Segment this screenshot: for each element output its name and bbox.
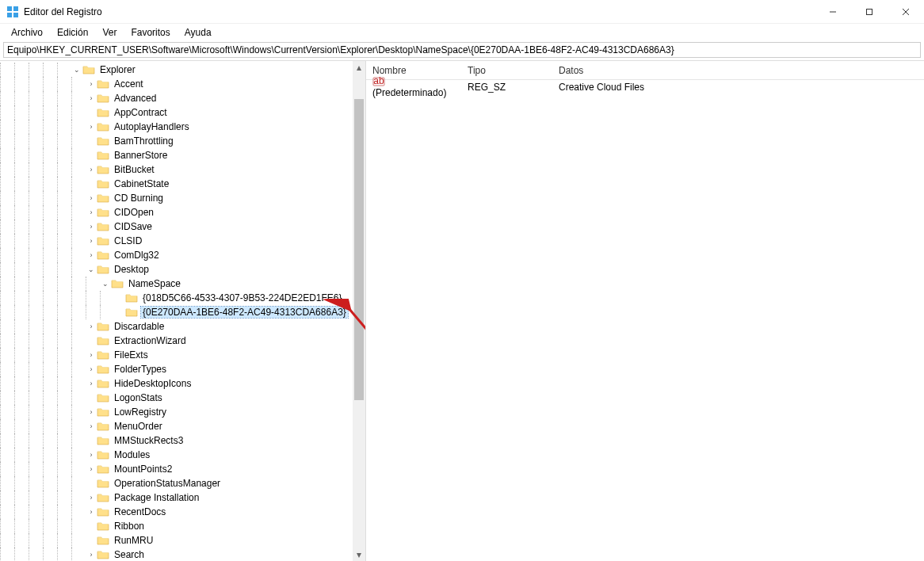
tree-item[interactable]: ›CD Burning	[0, 191, 365, 205]
folder-icon	[97, 193, 109, 204]
tree-item-label: {0E270DAA-1BE6-48F2-AC49-4313CDA686A3}	[141, 307, 348, 318]
menu-favoritos[interactable]: Favoritos	[124, 25, 176, 40]
chevron-right-icon[interactable]: ›	[86, 221, 97, 232]
tree-item[interactable]: ExtractionWizard	[0, 334, 365, 348]
tree-item[interactable]: BannerStore	[0, 148, 365, 162]
tree-item[interactable]: OperationStatusManager	[0, 476, 365, 490]
column-tipo[interactable]: Tipo	[461, 61, 552, 79]
svg-rect-3	[13, 13, 18, 17]
tree-item[interactable]: ›RecentDocs	[0, 505, 365, 519]
chevron-right-icon[interactable]: ›	[86, 193, 97, 204]
tree-item-explorer[interactable]: ⌄Explorer	[0, 63, 365, 77]
chevron-right-icon[interactable]: ›	[86, 164, 97, 175]
tree-item[interactable]: ›FileExts	[0, 348, 365, 362]
tree-item-label: Advanced	[113, 93, 158, 104]
scroll-thumb[interactable]	[354, 99, 364, 400]
menu-ayuda[interactable]: Ayuda	[178, 25, 218, 40]
tree-item[interactable]: ›Package Installation	[0, 490, 365, 505]
minimize-button[interactable]	[815, 0, 851, 23]
scroll-up-icon[interactable]: ▴	[353, 61, 365, 74]
chevron-right-icon[interactable]: ›	[86, 449, 97, 460]
folder-icon	[97, 492, 109, 503]
svg-rect-1	[13, 6, 18, 11]
chevron-right-icon[interactable]: ›	[86, 364, 97, 375]
tree-item[interactable]: ›FolderTypes	[0, 362, 365, 376]
tree-item-label: FileExts	[113, 349, 150, 361]
scroll-down-icon[interactable]: ▾	[353, 548, 365, 561]
tree-item[interactable]: Ribbon	[0, 519, 365, 533]
tree-item-label: CLSID	[113, 235, 143, 246]
folder-icon	[97, 349, 109, 361]
tree-item[interactable]: CabinetState	[0, 177, 365, 191]
menu-ver[interactable]: Ver	[96, 25, 123, 40]
chevron-right-icon[interactable]: ›	[86, 235, 97, 246]
tree-item[interactable]: ›HideDesktopIcons	[0, 376, 365, 391]
tree-item[interactable]: ›Search	[0, 548, 365, 561]
tree-item-label: CabinetState	[113, 178, 170, 189]
tree-item-label: BamThrottling	[113, 135, 175, 147]
value-row[interactable]: ab(Predeterminado)REG_SZCreative Cloud F…	[366, 80, 924, 94]
menu-archivo[interactable]: Archivo	[5, 25, 49, 40]
chevron-right-icon[interactable]: ›	[86, 121, 97, 132]
svg-rect-2	[7, 13, 12, 17]
tree-item[interactable]: ›BitBucket	[0, 162, 365, 177]
twisty-none	[86, 107, 97, 118]
chevron-right-icon[interactable]: ›	[86, 93, 97, 104]
folder-icon	[97, 235, 109, 246]
tree-item[interactable]: ›ComDlg32	[0, 248, 365, 262]
tree-item[interactable]: ›Discardable	[0, 319, 365, 334]
chevron-down-icon[interactable]: ⌄	[71, 64, 82, 75]
twisty-none	[86, 521, 97, 532]
chevron-down-icon[interactable]: ⌄	[100, 278, 111, 289]
tree-item[interactable]: ›Advanced	[0, 91, 365, 105]
chevron-right-icon[interactable]: ›	[86, 349, 97, 361]
svg-rect-0	[7, 6, 12, 11]
tree-item[interactable]: ›CLSID	[0, 234, 365, 248]
tree-item-label: AutoplayHandlers	[113, 121, 191, 132]
menu-edicion[interactable]: Edición	[51, 25, 94, 40]
chevron-right-icon[interactable]: ›	[86, 78, 97, 90]
chevron-right-icon[interactable]: ›	[86, 321, 97, 332]
chevron-right-icon[interactable]: ›	[86, 378, 97, 389]
tree-item[interactable]: MMStuckRects3	[0, 433, 365, 448]
tree-item[interactable]: RunMRU	[0, 533, 365, 548]
tree-item-guid[interactable]: {018D5C66-4533-4307-9B53-224DE2ED1FE6}	[0, 291, 365, 305]
registry-tree[interactable]: ⌄Explorer›Accent›AdvancedAppContract›Aut…	[0, 61, 365, 561]
tree-item[interactable]: BamThrottling	[0, 134, 365, 148]
chevron-right-icon[interactable]: ›	[86, 207, 97, 218]
chevron-right-icon[interactable]: ›	[86, 492, 97, 503]
maximize-button[interactable]	[851, 0, 888, 23]
tree-item[interactable]: ›CIDOpen	[0, 205, 365, 219]
close-button[interactable]	[888, 0, 924, 23]
address-input[interactable]	[3, 42, 921, 58]
chevron-right-icon[interactable]: ›	[86, 421, 97, 432]
tree-item-namespace[interactable]: ⌄NameSpace	[0, 277, 365, 291]
chevron-right-icon[interactable]: ›	[86, 464, 97, 475]
folder-icon	[97, 107, 109, 118]
tree-item-label: BitBucket	[113, 164, 156, 175]
tree-item[interactable]: LogonStats	[0, 391, 365, 405]
folder-icon	[97, 378, 109, 389]
tree-item-label: Accent	[113, 78, 145, 90]
tree-item-label: BannerStore	[113, 150, 169, 161]
column-datos[interactable]: Datos	[552, 61, 924, 79]
tree-item[interactable]: ›CIDSave	[0, 219, 365, 234]
tree-scrollbar[interactable]: ▴ ▾	[353, 61, 365, 561]
chevron-right-icon[interactable]: ›	[86, 549, 97, 560]
tree-item[interactable]: ›AutoplayHandlers	[0, 120, 365, 134]
window-controls	[815, 0, 924, 23]
tree-item[interactable]: ›LowRegistry	[0, 405, 365, 419]
tree-item[interactable]: ›Modules	[0, 448, 365, 462]
tree-item[interactable]: ›Accent	[0, 77, 365, 91]
tree-item[interactable]: ›MenuOrder	[0, 419, 365, 433]
chevron-down-icon[interactable]: ⌄	[86, 264, 97, 275]
tree-item[interactable]: ›MountPoints2	[0, 462, 365, 476]
chevron-right-icon[interactable]: ›	[86, 506, 97, 517]
tree-item-desktop[interactable]: ⌄Desktop	[0, 262, 365, 277]
tree-item-guid[interactable]: {0E270DAA-1BE6-48F2-AC49-4313CDA686A3}	[0, 305, 365, 319]
chevron-right-icon[interactable]: ›	[86, 406, 97, 418]
value-type: REG_SZ	[461, 82, 552, 93]
tree-item[interactable]: AppContract	[0, 105, 365, 120]
tree-pane: ⌄Explorer›Accent›AdvancedAppContract›Aut…	[0, 61, 366, 561]
chevron-right-icon[interactable]: ›	[86, 250, 97, 261]
